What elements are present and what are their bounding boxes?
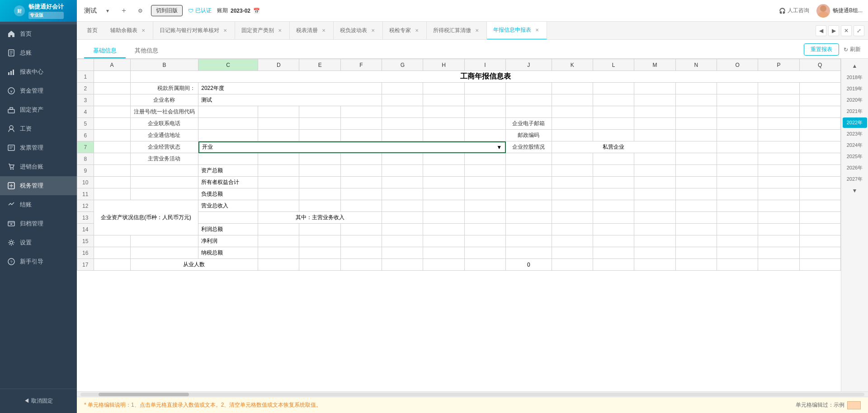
cell-12-N[interactable] [675,200,717,212]
cell-13-P[interactable] [758,212,799,224]
cell-17-K[interactable] [552,259,593,271]
cell-11-L[interactable] [593,188,634,200]
cell-12-M[interactable] [634,200,675,212]
cell-12-D[interactable] [258,200,299,212]
cell-10-G[interactable] [382,177,423,188]
cell-4-N[interactable] [675,106,717,118]
col-header-A[interactable]: A [94,59,130,71]
cell-15-K[interactable] [552,235,593,247]
cell-6-H[interactable] [423,130,464,141]
col-header-B[interactable]: B [130,59,198,71]
cell-2-M[interactable] [634,83,675,94]
cell-8-M[interactable] [634,153,675,165]
cell-14-Q[interactable] [799,224,840,235]
sidebar-item-invoice[interactable]: 发票管理 [0,138,77,157]
cell-8-J[interactable] [506,153,552,165]
cell-14-E[interactable] [299,224,340,235]
col-header-K[interactable]: K [552,59,593,71]
cell-13-C[interactable] [198,212,258,224]
add-workspace-btn[interactable]: ＋ [118,5,129,16]
cell-8-F[interactable] [340,153,382,165]
cell-9-G[interactable] [382,165,423,177]
cell-10-E[interactable] [299,177,340,188]
cell-11-K[interactable] [552,188,593,200]
tab-close-aux-balance[interactable]: ✕ [140,28,146,34]
cell-9-P[interactable] [758,165,799,177]
cell-5-L[interactable] [593,118,634,130]
cell-17-I[interactable] [464,259,505,271]
col-header-F[interactable]: F [340,59,382,71]
sub-tab-other[interactable]: 其他信息 [126,44,167,58]
col-header-P[interactable]: P [758,59,799,71]
sidebar-item-report[interactable]: 报表中心 [0,62,77,81]
cell-12-L[interactable] [593,200,634,212]
cell-2-H[interactable] [423,83,464,94]
reset-report-button[interactable]: 重置报表 [804,43,839,56]
cell-9-B[interactable] [130,165,198,177]
col-header-M[interactable]: M [634,59,675,71]
cell-5-E[interactable] [299,118,340,130]
cell-6-Q[interactable] [799,130,840,141]
cell-6-O[interactable] [717,130,758,141]
scrollbar-thumb[interactable] [99,393,189,396]
cell-17-L[interactable] [593,259,634,271]
cell-16-O[interactable] [717,247,758,259]
cell-7-K[interactable]: 私营企业 [552,141,675,153]
col-header-C[interactable]: C [198,59,258,71]
cell-9-K[interactable] [552,165,593,177]
cell-3-M[interactable] [634,94,675,106]
cell-13-Q[interactable] [799,212,840,224]
cell-3-G[interactable] [382,94,423,106]
cell-3-K[interactable] [552,94,593,106]
cell-8-P[interactable] [758,153,799,165]
cell-7-O[interactable] [717,141,758,153]
cell-10-A[interactable] [94,177,130,188]
year-item-2023[interactable]: 2023年 [843,129,867,139]
sub-tab-basic[interactable]: 基础信息 [84,44,126,58]
sidebar-item-settings[interactable]: 设置 [0,233,77,252]
cell-10-J[interactable] [506,177,552,188]
cell-8-N[interactable] [675,153,717,165]
cell-6-E[interactable] [299,130,340,141]
cell-14-K[interactable] [552,224,593,235]
year-item-2026[interactable]: 2026年 [843,163,867,173]
cell-15-M[interactable] [634,235,675,247]
cell-8-E[interactable] [299,153,340,165]
sidebar-item-settle[interactable]: 结账 [0,195,77,214]
cell-5-I[interactable] [464,118,505,130]
cell-15-H[interactable] [423,235,464,247]
tab-close-all-btn[interactable]: ✕ [841,25,852,36]
cell-6-F[interactable] [340,130,382,141]
cell-2-C[interactable]: 2022年度 [198,83,382,94]
cell-11-J[interactable] [506,188,552,200]
cell-17-D[interactable] [258,259,299,271]
cell-13-K[interactable] [552,212,593,224]
cell-6-K[interactable] [552,130,593,141]
cell-17-O[interactable] [717,259,758,271]
cell-13-G[interactable] [382,212,423,224]
sidebar-item-tax[interactable]: 税务管理 [0,176,77,195]
year-scroll-down-btn[interactable]: ▼ [849,185,860,196]
cell-4-C[interactable] [198,106,258,118]
cell-7-Q[interactable] [799,141,840,153]
cell-9-E[interactable] [299,165,340,177]
cell-11-O[interactable] [717,188,758,200]
cell-4-L[interactable] [593,106,634,118]
cell-9-H[interactable] [423,165,464,177]
cell-5-K[interactable] [552,118,593,130]
cell-5-F[interactable] [340,118,382,130]
cell-11-B[interactable] [130,188,198,200]
unfix-sidebar-button[interactable]: ◀ 取消固定 [0,394,77,408]
service-button[interactable]: 🎧 人工咨询 [779,7,809,14]
cell-15-P[interactable] [758,235,799,247]
cell-13-O[interactable] [717,212,758,224]
col-header-I[interactable]: I [464,59,505,71]
cell-8-Q[interactable] [799,153,840,165]
cell-6-L[interactable] [593,130,634,141]
cell-5-Q[interactable] [799,118,840,130]
cell-5-N[interactable] [675,118,717,130]
tab-income-tax[interactable]: 所得税汇算清缴 ✕ [427,22,487,40]
cell-13-I[interactable] [464,212,505,224]
year-item-2019[interactable]: 2019年 [843,84,867,94]
cell-7-A[interactable] [94,141,130,153]
